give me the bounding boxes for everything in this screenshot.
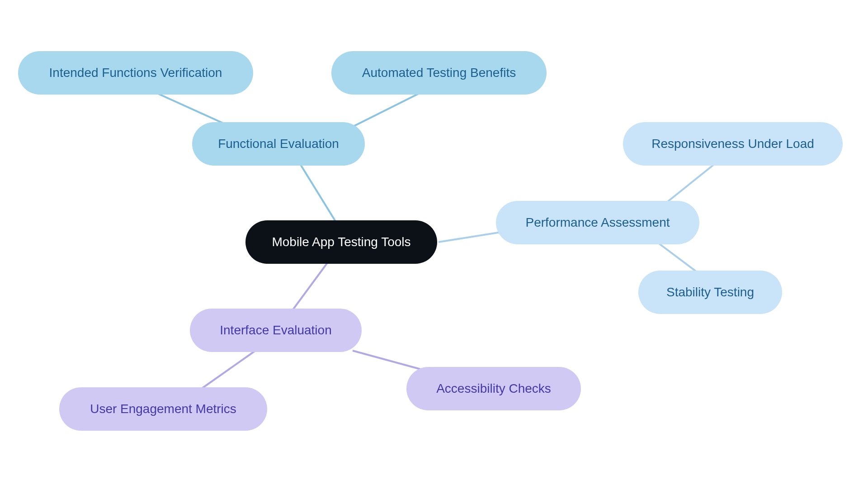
node-automated-label: Automated Testing Benefits bbox=[362, 66, 516, 80]
node-intended[interactable]: Intended Functions Verification bbox=[18, 51, 253, 95]
node-performance-label: Performance Assessment bbox=[525, 215, 670, 230]
node-responsiveness-label: Responsiveness Under Load bbox=[651, 137, 814, 151]
node-stability-label: Stability Testing bbox=[666, 285, 754, 300]
node-engagement-label: User Engagement Metrics bbox=[90, 402, 236, 416]
node-automated[interactable]: Automated Testing Benefits bbox=[331, 51, 547, 95]
edge-center-interface bbox=[289, 259, 330, 314]
mind-map-canvas: Mobile App Testing Tools Functional Eval… bbox=[0, 0, 868, 490]
node-functional-label: Functional Evaluation bbox=[218, 137, 339, 151]
node-stability[interactable]: Stability Testing bbox=[638, 271, 782, 314]
node-accessibility[interactable]: Accessibility Checks bbox=[406, 367, 581, 410]
node-interface[interactable]: Interface Evaluation bbox=[190, 309, 362, 352]
node-center-label: Mobile App Testing Tools bbox=[272, 235, 410, 249]
node-accessibility-label: Accessibility Checks bbox=[436, 381, 551, 396]
node-interface-label: Interface Evaluation bbox=[220, 323, 332, 338]
node-performance[interactable]: Performance Assessment bbox=[496, 201, 699, 244]
node-center[interactable]: Mobile App Testing Tools bbox=[245, 220, 437, 264]
node-responsiveness[interactable]: Responsiveness Under Load bbox=[623, 122, 843, 166]
node-functional[interactable]: Functional Evaluation bbox=[192, 122, 365, 166]
node-intended-label: Intended Functions Verification bbox=[49, 66, 222, 80]
node-engagement[interactable]: User Engagement Metrics bbox=[59, 387, 267, 431]
